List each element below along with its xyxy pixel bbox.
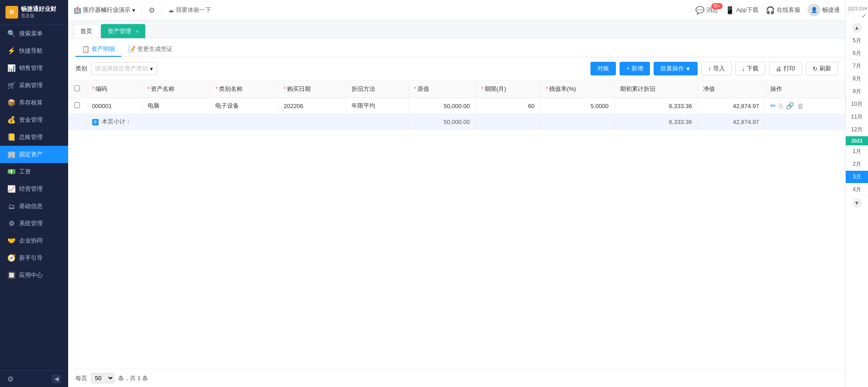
row-name: 电脑	[142, 98, 210, 114]
sidebar-item-quick-nav[interactable]: ⚡ 快捷导航	[0, 42, 68, 60]
tab-asset-management[interactable]: 资产管理 ×	[101, 24, 145, 38]
month-sep[interactable]: 9月	[846, 85, 868, 98]
year-2023-label: 2023	[846, 136, 868, 145]
page-content: 📋 资产明细 📝 变更生成凭证 类别 请选择固定资产类别 ▾ 对账	[68, 39, 845, 387]
subtotal-icon: 本	[92, 119, 99, 125]
download-button[interactable]: ↓ 下载	[735, 62, 766, 75]
app-center-icon: 🔲	[7, 271, 15, 279]
total-label: 条，共 1 条	[118, 374, 148, 382]
sidebar-item-label-quick-nav: 快捷导航	[19, 47, 43, 55]
table-row: 000001 电脑 电子设备 202206 年限平均 50,000.00 60 …	[68, 98, 845, 114]
month-jul[interactable]: 7月	[846, 60, 868, 73]
export-label: 导入	[713, 64, 725, 73]
sidebar-item-search[interactable]: 🔍 搜索菜单	[0, 25, 68, 42]
right-panel-year-label: 2023.03	[848, 6, 864, 11]
sidebar-item-enterprise[interactable]: 🤝 企业协同	[0, 232, 68, 249]
sidebar-item-label-inventory: 库存核算	[19, 99, 43, 107]
reconcile-button[interactable]: 对账	[590, 62, 616, 75]
category-dropdown-arrow: ▾	[150, 65, 153, 72]
sidebar-item-app-center[interactable]: 🔲 应用中心	[0, 267, 68, 284]
per-page-label: 每页	[75, 374, 87, 382]
month-nov[interactable]: 11月	[846, 111, 868, 124]
new-button[interactable]: + 新增	[620, 62, 650, 75]
sidebar-item-sales[interactable]: 📊 销售管理	[0, 60, 68, 77]
row-actions: ✏ ⎘ 🔗 🗑	[765, 98, 845, 114]
filter-category-label: 类别	[75, 64, 87, 73]
message-button[interactable]: 💬 消息 99+	[695, 6, 718, 15]
guide-icon: 🧭	[7, 254, 15, 262]
print-label: 打印	[784, 64, 795, 73]
month-apr[interactable]: 4月	[846, 184, 868, 196]
subtotal-row: 本 本页小计： 50,000.00 6,333.36 42,874.97	[68, 114, 845, 130]
sidebar-item-inventory[interactable]: 📦 库存核算	[0, 94, 68, 111]
settings-gear-icon[interactable]: ⚙	[149, 6, 155, 15]
per-page-select[interactable]: 50 10 20 100	[91, 373, 114, 383]
scroll-up-button[interactable]: ▲	[852, 23, 862, 33]
sidebar-item-purchase[interactable]: 🛒 采购管理	[0, 77, 68, 94]
export-button[interactable]: ↑ 导入	[701, 62, 732, 75]
batch-button[interactable]: 批量操作 ▼	[654, 62, 698, 75]
header-initial-accumulated: 期初累计折旧	[614, 80, 698, 98]
customer-service-button[interactable]: 🎧 在线客服	[766, 6, 800, 15]
sidebar-item-salary[interactable]: 💵 工资	[0, 163, 68, 180]
enterprise-icon: 🤝	[7, 237, 15, 245]
edit-icon[interactable]: ✏	[770, 102, 776, 110]
sidebar-item-capital[interactable]: 💰 资金管理	[0, 111, 68, 129]
category-dropdown[interactable]: 请选择固定资产类别 ▾	[91, 62, 157, 75]
sub-tab-change-voucher[interactable]: 📝 变更生成凭证	[121, 42, 179, 57]
tab-home[interactable]: 首页	[74, 24, 99, 38]
subtotal-action-empty	[765, 114, 845, 130]
experience-button[interactable]: ☁ 我要体验一下	[168, 6, 211, 14]
print-button[interactable]: 🖨 打印	[769, 62, 802, 75]
download-label: 下载	[747, 64, 759, 73]
basic-info-icon: 🗂	[7, 203, 15, 210]
tab-close-button[interactable]: ×	[136, 29, 139, 34]
month-oct[interactable]: 10月	[846, 98, 868, 111]
sidebar-item-label-basic-info: 基础信息	[19, 202, 43, 210]
month-mar[interactable]: 3月	[846, 171, 868, 184]
link-icon[interactable]: 🔗	[786, 102, 794, 110]
refresh-button[interactable]: ↻ 刷新	[806, 62, 838, 75]
sidebar-item-system[interactable]: ⚙ 系统管理	[0, 215, 68, 232]
experience-icon: ☁	[168, 7, 174, 14]
month-feb[interactable]: 2月	[846, 158, 868, 171]
row-checkbox-cell	[68, 98, 86, 114]
month-jun[interactable]: 6月	[846, 47, 868, 60]
topbar-divider	[142, 5, 142, 15]
change-voucher-icon: 📝	[128, 45, 135, 53]
sidebar-item-fixed-assets[interactable]: 🏢 固定资产	[0, 146, 68, 163]
search-icon: 🔍	[7, 30, 15, 38]
subtotal-label: 本页小计：	[102, 118, 131, 125]
sidebar-bottom: ⚙ ◀	[0, 370, 68, 387]
system-icon: ⚙	[7, 219, 15, 228]
row-checkbox[interactable]	[74, 102, 80, 108]
sidebar-item-operation[interactable]: 📈 经营管理	[0, 180, 68, 198]
settings-icon[interactable]: ⚙	[7, 375, 14, 383]
delete-icon[interactable]: 🗑	[797, 102, 804, 110]
collapse-sidebar-button[interactable]: ◀	[52, 374, 61, 383]
app-download-button[interactable]: 📱 App下载	[725, 6, 759, 15]
tab-home-label: 首页	[80, 28, 92, 35]
select-all-checkbox[interactable]	[74, 85, 80, 91]
sidebar-item-basic-info[interactable]: 🗂 基础信息	[0, 198, 68, 215]
sidebar-item-guide[interactable]: 🧭 新手引导	[0, 249, 68, 267]
month-may[interactable]: 5月	[846, 35, 868, 47]
right-panel-expand-icon[interactable]: ⤢	[862, 13, 866, 19]
header-period: *期限(月)	[476, 80, 540, 98]
subtotal-initial-accumulated: 6,333.36	[614, 114, 698, 130]
sidebar-item-ledger[interactable]: 📒 总账管理	[0, 129, 68, 146]
sales-icon: 📊	[7, 64, 15, 72]
month-dec[interactable]: 12月	[846, 124, 868, 136]
company-selector[interactable]: 🏥 医疗器械行业演示 ▾	[74, 6, 135, 14]
right-panel-close-icon[interactable]: ×	[864, 5, 867, 12]
sub-tab-asset-detail[interactable]: 📋 资产明细	[75, 42, 121, 57]
topbar-divider2	[161, 5, 162, 15]
sidebar-item-label-guide: 新手引导	[19, 254, 43, 262]
copy-icon[interactable]: ⎘	[779, 102, 783, 110]
sidebar-item-label-capital: 资金管理	[19, 116, 43, 124]
month-jan[interactable]: 1月	[846, 145, 868, 158]
scroll-down-button[interactable]: ▼	[852, 198, 862, 208]
user-menu[interactable]: 👤 畅捷通	[808, 4, 840, 16]
month-aug[interactable]: 8月	[846, 73, 868, 85]
header-name: *资产名称	[142, 80, 210, 98]
